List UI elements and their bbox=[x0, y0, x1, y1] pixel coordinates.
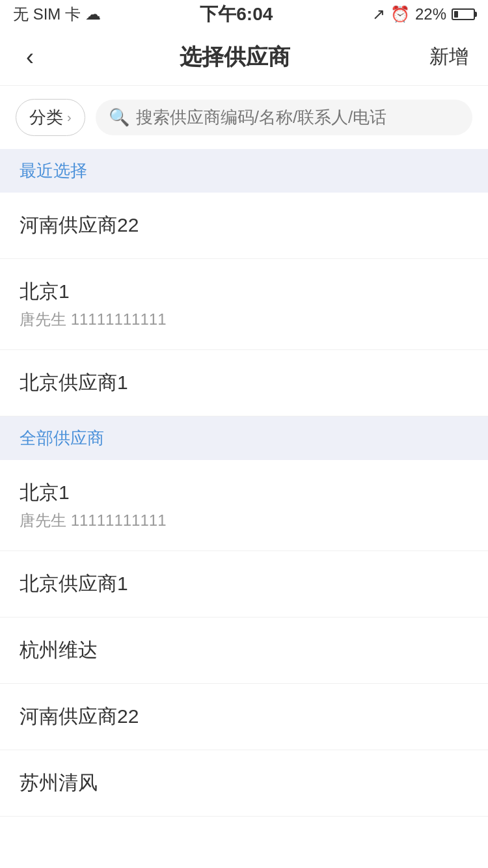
sim-label: 无 SIM 卡 ☁ bbox=[13, 4, 101, 25]
battery-icon bbox=[452, 8, 475, 20]
item-name: 北京供应商1 bbox=[20, 370, 468, 396]
item-sub: 唐先生 11111111111 bbox=[20, 309, 468, 330]
list-item[interactable]: 北京供应商1 bbox=[0, 350, 488, 416]
item-name: 北京1 bbox=[20, 278, 468, 305]
list-item[interactable]: 河南供应商22 bbox=[0, 193, 488, 259]
alarm-icon: ⏰ bbox=[390, 5, 410, 23]
search-icon: 🔍 bbox=[109, 107, 129, 128]
location-icon: ↗ bbox=[372, 5, 385, 23]
page-title: 选择供应商 bbox=[180, 42, 290, 72]
list-item[interactable]: 北京1唐先生 11111111111 bbox=[0, 259, 488, 350]
search-area: 分类 › 🔍 bbox=[0, 86, 488, 149]
add-button[interactable]: 新增 bbox=[429, 44, 468, 70]
item-name: 杭州维达 bbox=[20, 637, 468, 664]
item-name: 河南供应商22 bbox=[20, 703, 468, 730]
all-section-header: 全部供应商 bbox=[0, 416, 488, 460]
all-list: 北京1唐先生 11111111111北京供应商1杭州维达河南供应商22苏州清风 bbox=[0, 460, 488, 817]
item-name: 苏州清风 bbox=[20, 770, 468, 796]
status-bar: 无 SIM 卡 ☁ 下午6:04 ↗ ⏰ 22% bbox=[0, 0, 488, 29]
chevron-right-icon: › bbox=[67, 110, 72, 125]
list-item[interactable]: 苏州清风 bbox=[0, 750, 488, 817]
search-box: 🔍 bbox=[96, 100, 472, 135]
all-section-label: 全部供应商 bbox=[20, 428, 104, 448]
status-right: ↗ ⏰ 22% bbox=[372, 5, 475, 23]
category-filter-button[interactable]: 分类 › bbox=[16, 99, 85, 136]
battery-percent: 22% bbox=[415, 5, 446, 23]
status-left: 无 SIM 卡 ☁ bbox=[13, 4, 101, 25]
recent-section-label: 最近选择 bbox=[20, 161, 87, 180]
list-item[interactable]: 北京1唐先生 11111111111 bbox=[0, 460, 488, 551]
recent-section-header: 最近选择 bbox=[0, 149, 488, 193]
back-button[interactable]: ‹ bbox=[20, 37, 40, 77]
item-sub: 唐先生 11111111111 bbox=[20, 510, 468, 531]
list-item[interactable]: 杭州维达 bbox=[0, 617, 488, 684]
item-name: 河南供应商22 bbox=[20, 212, 468, 239]
search-input[interactable] bbox=[136, 107, 459, 128]
recent-list: 河南供应商22北京1唐先生 11111111111北京供应商1 bbox=[0, 193, 488, 416]
item-name: 北京1 bbox=[20, 480, 468, 506]
list-item[interactable]: 河南供应商22 bbox=[0, 684, 488, 750]
status-time: 下午6:04 bbox=[200, 2, 273, 27]
list-item[interactable]: 北京供应商1 bbox=[0, 551, 488, 617]
category-label: 分类 bbox=[29, 106, 63, 129]
item-name: 北京供应商1 bbox=[20, 571, 468, 597]
nav-bar: ‹ 选择供应商 新增 bbox=[0, 29, 488, 86]
